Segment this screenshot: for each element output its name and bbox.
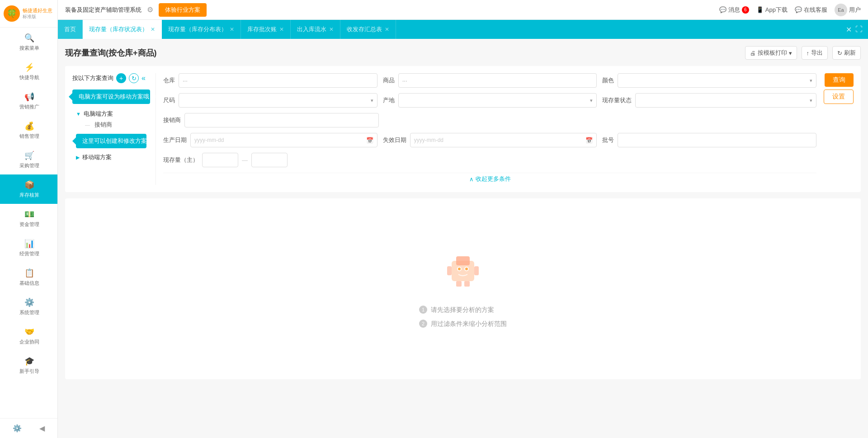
inv-status-select[interactable]: ▾: [635, 93, 816, 108]
tab-inout-flow-label: 出入库流水: [297, 25, 326, 33]
filter-label: 按以下方案查询: [72, 74, 113, 82]
filter-product: 商品 ···: [383, 73, 597, 88]
scheme-mobile[interactable]: ▶ 移动端方案: [76, 152, 146, 163]
close-all-icon[interactable]: ✕: [846, 25, 852, 34]
produce-date-placeholder: yyyy-mm-dd: [194, 137, 224, 143]
tooltip2-popup: 这里可以创建和修改方案哦 ✕: [76, 134, 146, 148]
tab-close-icon[interactable]: ✕: [329, 26, 334, 33]
industry-btn[interactable]: 体验行业方案: [159, 3, 207, 17]
search-btn[interactable]: 查询: [825, 73, 854, 87]
warehouse-select[interactable]: ···: [179, 73, 377, 88]
filter-expire-date: 失效日期 yyyy-mm-dd 📅: [383, 133, 597, 147]
sidebar-item-system[interactable]: ⚙️ 系统管理: [0, 292, 57, 321]
product-select[interactable]: ···: [398, 73, 597, 88]
qty-min-input[interactable]: [202, 153, 238, 167]
guide-icon: 🎓: [24, 356, 34, 366]
sidebar-item-operations[interactable]: 📊 经营管理: [0, 233, 57, 263]
qty-max-input[interactable]: [251, 153, 288, 167]
calendar-icon[interactable]: 📅: [366, 137, 373, 144]
filter-inv-status: 现存量状态 ▾: [602, 93, 816, 108]
print-btn[interactable]: 🖨 按模板打印 ▾: [745, 46, 797, 60]
svg-rect-7: [474, 266, 479, 275]
filter-header: 按以下方案查询 + ↻ «: [72, 73, 150, 83]
range-separator: —: [242, 157, 248, 164]
tabbar: 首页 现存量（库存状况表） ✕ 现存量（库存分布表） ✕ 库存批次账 ✕ 出入库…: [58, 20, 868, 39]
scheme-mobile-label: 移动端方案: [82, 153, 112, 161]
scheme-child-label: 接销商: [94, 121, 112, 129]
export-icon: ↑: [807, 50, 810, 57]
refresh-scheme-btn[interactable]: ↻: [129, 73, 139, 83]
chevron-down-icon: ▾: [810, 78, 812, 84]
calendar-icon[interactable]: 📅: [585, 137, 593, 144]
scheme-child-item[interactable]: — 接销商: [85, 119, 146, 130]
tooltip1-text: 电脑方案可设为移动方案哦: [79, 93, 149, 101]
expire-date-input[interactable]: yyyy-mm-dd 📅: [410, 133, 597, 147]
sidebar-item-enterprise[interactable]: 🤝 企业协同: [0, 321, 57, 351]
tab-close-icon[interactable]: ✕: [230, 26, 234, 33]
add-scheme-btn[interactable]: +: [116, 73, 126, 83]
notifications-badge: 6: [742, 6, 749, 14]
empty-hint-2: 2 用过滤条件来缩小分析范围: [419, 317, 507, 331]
filter-row-1: 仓库 ··· 商品 ··· 颜色 ▾: [163, 73, 816, 88]
tab-inout-flow[interactable]: 出入库流水 ✕: [291, 20, 340, 39]
export-btn[interactable]: ↑ 导出: [802, 46, 828, 60]
tab-receive-summary[interactable]: 收发存汇总表 ✕: [340, 20, 396, 39]
dealer-label: 接销商: [163, 116, 181, 124]
sidebar-item-label: 经营管理: [19, 250, 39, 257]
sidebar-item-guide[interactable]: 🎓 新手引导: [0, 351, 57, 380]
reset-btn[interactable]: 设置: [824, 89, 854, 104]
tab-close-icon[interactable]: ✕: [151, 26, 155, 33]
sidebar-item-label: 快捷导航: [19, 74, 39, 81]
dealer-select[interactable]: [184, 113, 379, 127]
notifications[interactable]: 💬 消息 6: [719, 6, 749, 14]
arrow-right-icon: ▶: [76, 155, 80, 160]
tab-home[interactable]: 首页: [58, 20, 83, 39]
svg-rect-8: [456, 281, 462, 287]
svg-point-4: [458, 268, 461, 270]
tooltip1-popup: 电脑方案可设为移动方案哦 ✕: [72, 89, 150, 104]
batch-input[interactable]: [618, 133, 816, 147]
origin-select[interactable]: ▾: [398, 93, 597, 108]
tab-inventory-status[interactable]: 现存量（库存状况表） ✕: [83, 20, 162, 39]
expire-date-label: 失效日期: [383, 136, 406, 144]
expand-icon[interactable]: ⛶: [855, 25, 863, 33]
sidebar-item-label: 采购管理: [19, 162, 39, 169]
tooltip2-close[interactable]: ✕: [156, 138, 161, 144]
collapse-btn[interactable]: ∧ 收起更多条件: [163, 173, 816, 185]
hint2-num: 2: [419, 320, 427, 328]
phone-icon: 📱: [756, 6, 764, 13]
sidebar-item-quick-nav[interactable]: ⚡ 快捷导航: [0, 57, 57, 86]
tab-close-icon[interactable]: ✕: [385, 26, 389, 33]
sidebar-item-marketing[interactable]: 📢 营销推广: [0, 86, 57, 116]
tab-close-icon[interactable]: ✕: [279, 26, 284, 33]
print-icon: 🖨: [750, 50, 756, 57]
settings-icon[interactable]: ⚙️: [13, 424, 22, 433]
sidebar-item-finance[interactable]: 💵 资金管理: [0, 204, 57, 233]
sidebar-item-sales[interactable]: 💰 销售管理: [0, 116, 57, 145]
user-area[interactable]: Ea 用户: [835, 4, 861, 16]
scheme-desktop[interactable]: ▼ 电脑端方案: [76, 108, 146, 119]
sidebar-item-search-menu[interactable]: 🔍 搜索菜单: [0, 28, 57, 57]
qty-label: 现存量（主）: [163, 156, 198, 164]
sidebar-item-label: 资金管理: [19, 221, 39, 228]
dash-icon: —: [85, 122, 90, 127]
sidebar-item-inventory[interactable]: 📦 库存核算: [0, 174, 57, 204]
filter-fields: 仓库 ··· 商品 ··· 颜色 ▾: [163, 73, 816, 185]
tab-receive-summary-label: 收发存汇总表: [347, 25, 382, 33]
online-service[interactable]: 💬 在线客服: [795, 6, 827, 14]
color-select[interactable]: ▾: [618, 73, 816, 88]
gear-icon[interactable]: ⚙: [147, 5, 153, 14]
tab-inventory-dist[interactable]: 现存量（库存分布表） ✕: [162, 20, 241, 39]
tab-batch-account[interactable]: 库存批次账 ✕: [241, 20, 291, 39]
sidebar-item-purchase[interactable]: 🛒 采购管理: [0, 145, 57, 174]
search-menu-icon: 🔍: [24, 33, 34, 43]
refresh-btn[interactable]: ↻ 刷新: [832, 46, 861, 60]
sidebar-item-basic[interactable]: 📋 基础信息: [0, 263, 57, 292]
collapse-icon[interactable]: ◀: [39, 424, 45, 433]
app-download[interactable]: 📱 App下载: [756, 6, 788, 14]
produce-date-input[interactable]: yyyy-mm-dd 📅: [190, 133, 377, 147]
sidebar: 🍀 畅捷通好生意 标准版 🔍 搜索菜单 ⚡ 快捷导航 📢 营销推广 💰 销售管理…: [0, 0, 58, 438]
tooltip1-close[interactable]: ✕: [153, 94, 157, 100]
size-select[interactable]: ▾: [179, 93, 377, 108]
back-icon[interactable]: «: [142, 74, 146, 82]
